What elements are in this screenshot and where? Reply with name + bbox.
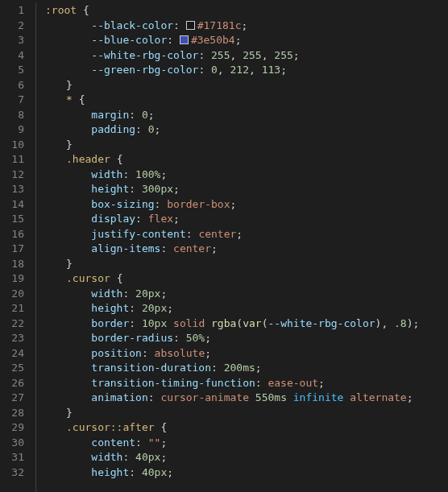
code-line[interactable]: justify-content: center; xyxy=(45,227,448,242)
token-sel: :root xyxy=(45,4,83,16)
code-line[interactable]: position: absolute; xyxy=(45,346,448,362)
token-prop: padding xyxy=(91,123,135,135)
code-line[interactable]: .header { xyxy=(45,152,448,167)
token-prop: --white-rbg-color xyxy=(91,49,198,61)
token-punct: : xyxy=(186,228,199,240)
token-punct: ; xyxy=(160,168,167,180)
line-number: 10 xyxy=(0,138,24,153)
token-num: 0 xyxy=(211,64,218,76)
code-line[interactable]: --black-color: #17181c; xyxy=(45,19,448,34)
token-punct: , xyxy=(249,64,262,76)
token-prop: --black-color xyxy=(91,19,173,31)
token-brace: { xyxy=(160,421,167,433)
token-punct: : xyxy=(211,362,224,374)
token-num: 20px xyxy=(142,302,167,314)
token-prop: height xyxy=(91,466,129,478)
line-number: 26 xyxy=(0,376,24,391)
line-number: 32 xyxy=(0,465,24,481)
code-line[interactable]: transition-timing-function: ease-out; xyxy=(45,376,448,391)
line-number: 31 xyxy=(0,450,24,465)
token-punct: ; xyxy=(280,64,287,76)
token-punct xyxy=(287,391,293,403)
code-line[interactable]: animation: cursor-animate 550ms infinite… xyxy=(45,391,448,406)
code-line[interactable]: --blue-color: #3e50b4; xyxy=(45,33,448,48)
token-punct: , xyxy=(230,49,243,61)
token-punct: : xyxy=(129,302,142,314)
code-line[interactable]: box-sizing: border-box; xyxy=(45,197,448,213)
line-number: 27 xyxy=(0,391,24,406)
token-prop: transition-duration xyxy=(91,362,211,374)
token-prop: align-items xyxy=(91,242,160,254)
code-line[interactable]: border-radius: 50%; xyxy=(45,331,448,346)
token-punct: ( xyxy=(236,317,243,329)
token-brace: } xyxy=(66,407,73,419)
token-sel: .header xyxy=(66,153,117,165)
code-line[interactable]: .cursor { xyxy=(45,271,448,287)
code-line[interactable]: } xyxy=(45,257,448,272)
color-swatch-icon[interactable] xyxy=(180,35,189,44)
code-line[interactable]: content: ""; xyxy=(45,436,448,451)
token-num: 212 xyxy=(230,64,249,76)
line-number: 21 xyxy=(0,301,24,316)
code-line[interactable]: --white-rbg-color: 255, 255, 255; xyxy=(45,48,448,64)
token-punct: : xyxy=(160,242,173,254)
code-line[interactable]: --green-rbg-color: 0, 212, 113; xyxy=(45,63,448,78)
token-kw: solid xyxy=(173,317,205,329)
code-line[interactable]: display: flex; xyxy=(45,212,448,227)
token-num: 0 xyxy=(142,109,148,121)
token-punct: , xyxy=(381,317,394,329)
code-line[interactable]: padding: 0; xyxy=(45,122,448,138)
line-number: 15 xyxy=(0,212,24,227)
code-line[interactable]: .cursor::after { xyxy=(45,420,448,436)
token-punct: , xyxy=(262,49,275,61)
token-punct: : xyxy=(198,64,211,76)
line-number: 30 xyxy=(0,436,24,451)
token-punct: : xyxy=(148,391,161,403)
token-punct: : xyxy=(173,19,186,31)
code-line[interactable]: height: 40px; xyxy=(45,465,448,481)
code-line[interactable]: * { xyxy=(45,93,448,108)
token-kw: ease-out xyxy=(268,377,318,389)
token-kw: #3e50b4 xyxy=(191,34,235,46)
token-sel: .cursor::after xyxy=(66,421,160,433)
code-line[interactable]: height: 300px; xyxy=(45,182,448,197)
token-kw: alternate xyxy=(350,391,406,403)
line-number: 3 xyxy=(0,33,24,48)
code-line[interactable]: align-items: center; xyxy=(45,242,448,257)
code-line[interactable]: } xyxy=(45,138,448,153)
code-editor[interactable]: 1234567891011121314151617181920212223242… xyxy=(0,0,448,492)
token-punct xyxy=(205,317,211,329)
code-line[interactable]: height: 20px; xyxy=(45,301,448,316)
indent-guide xyxy=(35,3,36,492)
code-area[interactable]: :root { --black-color: #17181c; --blue-c… xyxy=(35,3,448,492)
token-punct: ; xyxy=(318,377,325,389)
token-prop: content xyxy=(91,436,135,449)
code-line[interactable]: width: 40px; xyxy=(45,450,448,465)
token-num: 40px xyxy=(135,451,160,463)
token-punct: : xyxy=(198,49,211,61)
token-prop: position xyxy=(91,347,142,359)
token-num: 255 xyxy=(274,49,292,61)
code-line[interactable]: border: 10px solid rgba(var(--white-rbg-… xyxy=(45,316,448,332)
token-kw: center xyxy=(173,242,211,254)
token-punct: ; xyxy=(211,242,218,254)
line-number: 5 xyxy=(0,63,24,78)
code-line[interactable]: transition-duration: 200ms; xyxy=(45,361,448,376)
code-line[interactable]: margin: 0; xyxy=(45,108,448,123)
code-line[interactable]: :root { xyxy=(45,3,448,19)
token-punct: ; xyxy=(155,123,161,135)
token-brace: { xyxy=(117,153,123,165)
code-line[interactable]: } xyxy=(45,78,448,93)
token-prop: height xyxy=(91,302,129,314)
token-func: rgba xyxy=(211,317,236,329)
token-prop: transition-timing-function xyxy=(91,377,255,389)
token-punct: ; xyxy=(255,362,262,374)
token-punct: : xyxy=(122,287,135,300)
code-line[interactable]: width: 20px; xyxy=(45,287,448,302)
color-swatch-icon[interactable] xyxy=(186,21,195,30)
token-prop: border-radius xyxy=(91,332,173,344)
code-line[interactable]: width: 100%; xyxy=(45,167,448,183)
code-line[interactable]: } xyxy=(45,406,448,421)
token-num: 100% xyxy=(135,168,160,180)
token-kw: cursor-animate xyxy=(160,391,255,403)
